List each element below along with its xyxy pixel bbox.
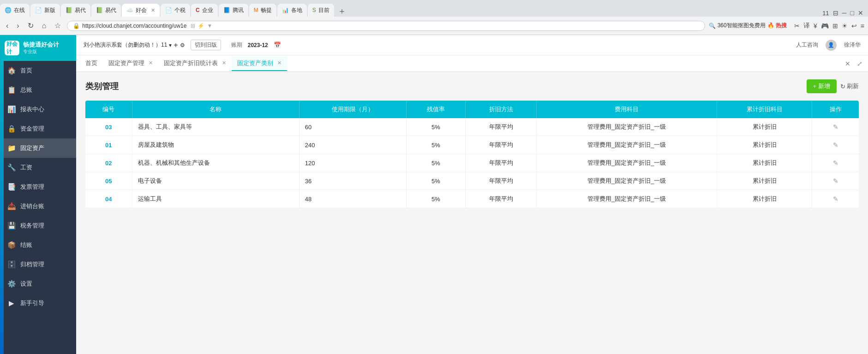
back2-icon[interactable]: ↩ [851,22,857,30]
sidebar-item-guide[interactable]: ▶ 新手引导 [0,294,76,313]
report-icon: 📊 [7,105,16,114]
sidebar-item-inventory[interactable]: 📥 进销台账 [0,197,76,216]
close-icon[interactable]: ✕ [858,9,863,17]
tab-fixed-asset-mgmt[interactable]: 固定资产管理 ✕ [103,56,158,71]
browser-tab-yidai1[interactable]: 📗 易代 [61,4,90,17]
sidebar-item-salary[interactable]: 🔧 工资 [0,158,76,177]
minimize-icon[interactable]: ─ [842,9,847,17]
close-window-btn[interactable]: ✕ [843,59,852,68]
refresh-label: 刷新 [847,82,859,90]
category-table: 编号 名称 使用期限（月） 残值率 折旧方法 费用科目 累计折旧科目 操作 03… [85,101,859,208]
sidebar-item-settings[interactable]: ⚙️ 设置 [0,274,76,294]
period-value: 2023-12 [248,42,268,48]
brightness-icon[interactable]: ☀ [842,22,848,30]
home-button[interactable]: ⌂ [40,21,49,31]
forward-button[interactable]: › [14,21,21,31]
cell-accum: 累计折旧 [717,190,812,208]
settings-gear-icon[interactable]: ⚙ [180,42,185,48]
cell-id: 04 [85,190,132,208]
scissors-icon[interactable]: ✂ [794,22,800,30]
browser-menu-btn[interactable]: ≡ [861,22,864,30]
sidebar-item-close-account[interactable]: 📦 结账 [0,235,76,255]
header-actions: + 新增 ↻ 刷新 [807,79,859,93]
url-text: https://cloud.chanjet.com/accounting/uw1… [82,23,186,29]
cell-op: ✎ [812,172,859,190]
chevron-down-icon: ▼ [207,23,212,29]
coins-icon[interactable]: ¥ [814,22,817,30]
browser-tab-tengxun[interactable]: 📘 腾讯 [219,4,248,17]
sidebar-item-tax[interactable]: 💾 税务管理 [0,216,76,235]
refresh-btn[interactable]: ↻ 刷新 [840,82,859,90]
translate-icon[interactable]: 译 [803,22,810,30]
tab-fixed-asset-mgmt-label: 固定资产管理 [108,59,144,67]
tab-close-icon[interactable]: ✕ [151,7,155,13]
tab-asset-category[interactable]: 固定资产类别 ✕ [232,56,287,71]
sidebar-item-ledger[interactable]: 📋 总账 [0,80,76,100]
row-id-value: 01 [105,142,112,149]
tab-asset-category-close[interactable]: ✕ [277,60,281,66]
sidebar-item-fixed-asset[interactable]: 📁 固定资产 [0,138,76,158]
browser-tab-qiye[interactable]: C 企业 [191,4,218,17]
fund-icon: 🔒 [7,125,16,133]
maximize-icon[interactable]: □ [850,9,854,17]
avatar: 👤 [826,40,837,51]
edit-icon[interactable]: ✎ [833,177,838,185]
sidebar-label-ledger: 总账 [20,86,32,94]
browser-tab-online[interactable]: 🌐 在线 [0,4,30,17]
edit-icon[interactable]: ✎ [833,195,838,203]
tab-label: 个税 [174,6,186,14]
sidebar-item-fund[interactable]: 🔒 资金管理 [0,119,76,138]
browser-menu-icon[interactable]: ⊟ [833,9,838,17]
browser-tab-yidai2[interactable]: 📗 易代 [91,4,121,17]
new-btn[interactable]: + 新增 [807,79,837,93]
tab-depreciation-stats[interactable]: 固定资产折旧统计表 ✕ [158,56,232,71]
tab-fixed-asset-mgmt-close[interactable]: ✕ [149,60,153,66]
search-label: 360智能抠图免费用 [718,22,766,30]
sidebar-item-archive[interactable]: 🗄️ 归档管理 [0,255,76,274]
grid-icon[interactable]: ⊞ [832,22,838,30]
back-button[interactable]: ‹ [4,21,11,31]
cell-period: 60 [299,118,406,136]
browser-tab-geshui[interactable]: 📄 个税 [161,4,190,17]
top-bar: 刘小艳演示系套（勿删勿动！）11 ▾ + ⚙ 切到旧版 账期 2023-12 📅… [76,35,868,55]
sidebar-item-home[interactable]: 🏠 首页 [0,61,76,80]
cell-op: ✎ [812,136,859,154]
edit-icon[interactable]: ✎ [833,159,838,167]
cell-expense: 管理费用_固定资产折旧_一级 [537,136,717,154]
cell-name: 器具、工具、家具等 [132,118,299,136]
sidebar-item-invoice[interactable]: 📑 发票管理 [0,177,76,197]
game-icon[interactable]: 🎮 [821,22,829,30]
search-area[interactable]: 🔍 360智能抠图免费用 🔥 热搜 [709,22,787,30]
cell-expense: 管理费用_固定资产折旧_一级 [537,172,717,190]
bookmark-button[interactable]: ☆ [52,20,63,31]
tab-home[interactable]: 首页 [80,56,103,71]
main-content: 类别管理 + 新增 ↻ 刷新 编号 名称 使用期限（月） 残值率 [76,72,868,354]
browser-tab-haohui[interactable]: ☁️ 好会 ✕ [122,4,160,17]
logo-title: 畅捷通好会计 [23,41,59,49]
browser-tab-gedi[interactable]: 📊 各地 [277,4,307,17]
reload-button[interactable]: ↻ [25,20,36,31]
browser-tab-muqian[interactable]: S 目前 [308,4,334,17]
browser-tab-new[interactable]: 📄 新版 [30,4,60,17]
edit-icon[interactable]: ✎ [833,123,838,131]
maximize-window-btn[interactable]: ⤢ [855,59,864,68]
tab-depreciation-stats-close[interactable]: ✕ [222,60,226,66]
qrcode-icon: ⊞ [191,23,195,29]
sidebar-item-report[interactable]: 📊 报表中心 [0,100,76,119]
new-tab-btn[interactable]: ＋ [335,6,349,17]
dropdown-arrow[interactable]: ▾ [169,42,172,48]
browser-tab-changti[interactable]: M 畅提 [249,4,276,17]
switch-version-btn[interactable]: 切到旧版 [191,40,221,50]
sidebar-label-inventory: 进销台账 [20,202,44,210]
add-account-btn[interactable]: + [174,41,178,49]
invoice-icon: 📑 [7,183,16,191]
cell-name: 房屋及建筑物 [132,136,299,154]
table-row: 03 器具、工具、家具等 60 5% 年限平均 管理费用_固定资产折旧_一级 累… [85,118,859,136]
url-input[interactable]: 🔒 https://cloud.chanjet.com/accounting/u… [67,21,705,31]
cell-period: 120 [299,154,406,172]
consultant-link[interactable]: 人工咨询 [796,41,818,49]
cell-id: 05 [85,172,132,190]
edit-icon[interactable]: ✎ [833,141,838,149]
cell-method: 年限平均 [466,154,537,172]
calendar-icon[interactable]: 📅 [274,42,281,48]
